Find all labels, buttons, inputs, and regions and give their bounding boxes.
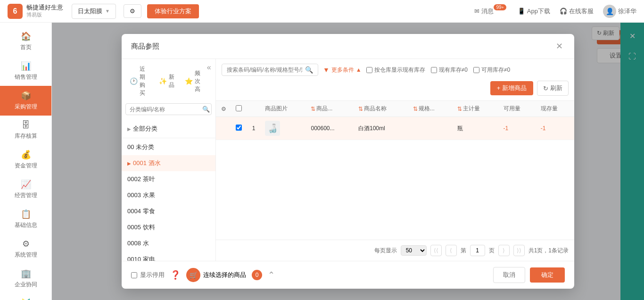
cat-0005[interactable]: 0005 饮料: [122, 219, 215, 235]
filter-icon: ▼: [323, 66, 330, 74]
recent-purchases-tab[interactable]: 🕐 近期购买: [125, 63, 153, 100]
cat-all[interactable]: ▶ 全部分类: [122, 121, 215, 137]
last-page-btn[interactable]: ⟩⟩: [513, 245, 525, 256]
app-download-btn[interactable]: 📱 App下载: [518, 7, 550, 16]
checkbox-warehouse[interactable]: 按仓库显示现有库存: [366, 66, 425, 74]
sidebar-item-enterprise[interactable]: 🏢 企业协同: [0, 264, 51, 293]
new-products-tab[interactable]: ✨ 新品: [155, 63, 179, 100]
product-search-icon[interactable]: 🔍: [305, 66, 313, 74]
modal-close-btn[interactable]: ✕: [553, 41, 565, 52]
user-profile-btn[interactable]: 👤 徐泽华: [603, 5, 636, 18]
category-search-icon[interactable]: 🔍: [202, 106, 210, 113]
cat-0003[interactable]: 0003 水果: [122, 187, 215, 203]
th-spec[interactable]: ⇅ 规格...: [409, 101, 454, 117]
cart-area[interactable]: 🛒 连续选择的商品: [186, 268, 246, 282]
page-size-select[interactable]: 50 100 200: [401, 245, 427, 256]
cat-all-arrow: ▶: [127, 126, 131, 132]
page-size-label: 每页显示: [374, 247, 397, 255]
sidebar-item-system[interactable]: ⚙ 系统管理: [0, 234, 51, 264]
row-checkbox-0[interactable]: [236, 125, 242, 131]
product-tbody: 1 🍶 000600... 白酒100ml 瓶 -1 -1: [216, 117, 574, 140]
workspace-selector[interactable]: 日太阳膜 ▼: [72, 4, 116, 19]
frequent-tab[interactable]: ⭐ 频次高: [181, 63, 205, 100]
sort-icon-code: ⇅: [311, 106, 315, 112]
prev-page-btn[interactable]: ⟨: [446, 245, 457, 256]
first-page-btn[interactable]: ⟨⟨: [430, 245, 442, 256]
filter-up-arrow: ▲: [356, 67, 362, 73]
cancel-btn[interactable]: 取消: [493, 267, 525, 283]
sort-icon-unit: ⇅: [457, 106, 462, 112]
sidebar-item-operations[interactable]: 📈 经营管理: [0, 175, 51, 204]
sidebar-item-finance[interactable]: 💰 资金管理: [0, 145, 51, 175]
system-icon: ⚙: [22, 239, 30, 249]
page-number-input[interactable]: [470, 245, 485, 256]
product-img-0: 🍶: [265, 121, 280, 136]
online-service-btn[interactable]: 🎧 在线客服: [560, 7, 594, 16]
row-stock-0: -1: [537, 117, 574, 140]
show-disabled-checkbox[interactable]: 显示停用: [131, 271, 165, 279]
footer-collapse-btn[interactable]: ⌃: [268, 270, 275, 280]
phone-icon: 📱: [518, 8, 525, 15]
cat-0002[interactable]: 0002 茶叶: [122, 171, 215, 187]
clock-icon: 🕐: [130, 77, 138, 85]
sidebar-item-basics[interactable]: 📋 基础信息: [0, 204, 51, 234]
sidebar-item-guide[interactable]: 🔰 新手引导: [0, 293, 51, 300]
row-unit-0: 瓶: [454, 117, 499, 140]
workspace-name: 日太阳膜: [78, 7, 102, 16]
product-data-table: ⚙ 商品图片: [216, 101, 574, 140]
cat-0010[interactable]: 0010 家电: [122, 251, 215, 261]
th-name[interactable]: ⇅ 商品名称: [355, 101, 409, 117]
settings-btn[interactable]: ⚙: [124, 4, 141, 18]
logo-sub: 博易版: [26, 11, 63, 18]
message-icon: ✉: [474, 8, 479, 15]
star-icon: ⭐: [185, 77, 193, 85]
cat-0008[interactable]: 0008 水: [122, 235, 215, 251]
home-icon: 🏠: [21, 31, 31, 42]
th-code[interactable]: ⇅ 商品...: [307, 101, 355, 117]
product-search-input[interactable]: [227, 67, 302, 73]
checkbox-stock-input[interactable]: [431, 67, 437, 73]
th-available: 可用量: [500, 101, 537, 117]
total-info: 共1页，1条记录: [528, 247, 569, 255]
add-product-btn[interactable]: + 新增商品: [490, 81, 533, 95]
checkbox-available-input[interactable]: [473, 67, 479, 73]
settings-icon: ⚙: [130, 8, 135, 15]
next-page-btn[interactable]: ⟩: [498, 245, 510, 256]
category-search-input[interactable]: [130, 106, 200, 113]
product-panel: 🔍 ▼ 更多条件 ▲ 按仓库显示现有库存: [216, 59, 574, 261]
sort-icon-spec: ⇅: [413, 106, 418, 112]
logo-area: 6 畅捷通好生意 博易版: [8, 4, 64, 19]
select-all-checkbox[interactable]: [236, 105, 242, 111]
show-disabled-input[interactable]: [131, 272, 137, 278]
checkbox-stock-nonzero[interactable]: 现有库存≠0: [431, 66, 468, 74]
category-collapse-btn[interactable]: «: [206, 63, 212, 72]
product-table: ⚙ 商品图片: [216, 100, 574, 240]
sidebar-item-inventory[interactable]: 🗄 库存核算: [0, 116, 51, 145]
avatar: 👤: [603, 5, 616, 18]
row-check-0[interactable]: [231, 117, 246, 140]
th-unit[interactable]: ⇅ 主计量: [454, 101, 499, 117]
sidebar-item-sales[interactable]: 📊 销售管理: [0, 56, 51, 86]
checkbox-available-nonzero[interactable]: 可用库存≠0: [473, 66, 510, 74]
cart-icon: 🛒: [186, 268, 200, 282]
experience-btn[interactable]: 体验行业方案: [147, 4, 199, 18]
logo-icon: 6: [8, 4, 23, 19]
row-num-0: 1: [246, 117, 261, 140]
cat-00[interactable]: 00 未分类: [122, 139, 215, 155]
gear-icon[interactable]: ⚙: [221, 106, 226, 112]
th-stock: 现存量: [537, 101, 574, 117]
th-num: [246, 101, 261, 117]
table-row[interactable]: 1 🍶 000600... 白酒100ml 瓶 -1 -1: [216, 117, 574, 140]
confirm-btn[interactable]: 确定: [530, 267, 565, 283]
cat-0004[interactable]: 0004 零食: [122, 203, 215, 219]
checkbox-warehouse-input[interactable]: [366, 67, 372, 73]
sidebar-item-home[interactable]: 🏠 首页: [0, 26, 51, 56]
messages-btn[interactable]: ✉ 消息 99: [474, 7, 508, 16]
sidebar-item-purchase[interactable]: 📦 采购管理: [0, 86, 51, 116]
more-filter-btn[interactable]: ▼ 更多条件 ▲: [323, 66, 362, 74]
purchase-icon: 📦: [21, 91, 31, 101]
refresh-btn[interactable]: ↻ 刷新: [537, 81, 569, 96]
inventory-icon: 🗄: [22, 120, 30, 130]
help-icon[interactable]: ❓: [170, 270, 181, 280]
cat-0001[interactable]: ▶ 0001 酒水: [122, 155, 215, 171]
